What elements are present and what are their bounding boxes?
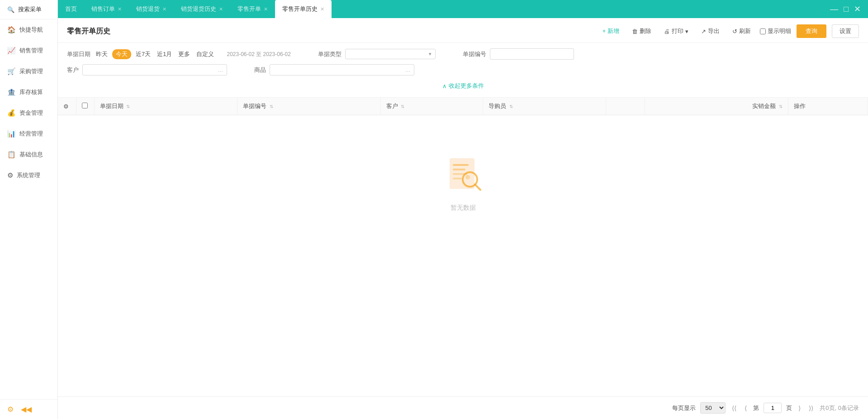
empty-state: 暂无数据 [58,115,868,248]
doc-no-input[interactable] [490,48,574,60]
th-action: 操作 [788,98,868,115]
date-opt-today[interactable]: 今天 [112,49,131,59]
sidebar-item-quick-nav[interactable]: 🏠 快捷导航 [0,19,57,40]
tab-home-label: 首页 [65,5,77,13]
content-area: ⚙ 单据日期 ⇅ 单据编号 ⇅ [58,98,868,419]
filter-doc-no: 单据编号 [463,48,574,60]
sidebar-item-basic-info[interactable]: 📋 基础信息 [0,144,57,165]
sort-amount-icon: ⇅ [779,104,783,109]
show-detail-checkbox-label[interactable]: 显示明细 [760,27,791,35]
settings-icon[interactable]: ⚙ [7,405,14,414]
date-opt-last7[interactable]: 近7天 [134,49,152,59]
select-all-checkbox[interactable] [82,103,88,108]
sort-customer-icon: ⇅ [401,104,404,109]
print-icon: 🖨 [664,28,670,35]
tab-sales-order[interactable]: 销售订单 ✕ [84,0,129,18]
tabs-bar: 首页 销售订单 ✕ 销货退货 ✕ 销货退货历史 ✕ 零售开单 ✕ 零售开单历史 … [58,0,868,18]
date-options: 昨天 今天 近7天 近1月 更多 自定义 [94,49,216,59]
customer-input[interactable]: ... [82,64,227,75]
doc-type-select[interactable]: ▾ [345,49,436,59]
sidebar-item-inventory[interactable]: 🏦 库存核算 [0,82,57,103]
filter-settings-button[interactable]: 设置 [832,24,859,38]
money-icon: 💰 [7,109,16,117]
th-customer[interactable]: 客户 ⇅ [380,98,483,115]
table-settings-icon[interactable]: ⚙ [63,103,69,110]
th-guide[interactable]: 导购员 ⇅ [483,98,606,115]
tab-retail-open-history[interactable]: 零售开单历史 ✕ [275,0,332,18]
sidebar-item-purchase-mgmt[interactable]: 🛒 采购管理 [0,61,57,82]
show-detail-checkbox[interactable] [760,28,766,34]
date-range-text: 2023-06-02 至 2023-06-02 [227,51,290,58]
first-page-button[interactable]: ⟨⟨ [730,404,738,413]
prev-page-button[interactable]: ⟨ [743,404,749,413]
date-range-display: 2023-06-02 至 2023-06-02 [227,50,290,58]
tab-home[interactable]: 首页 [58,0,84,18]
tab-retail-open-close[interactable]: ✕ [264,6,268,12]
th-checkbox[interactable] [76,98,94,115]
table-header-row: ⚙ 单据日期 ⇅ 单据编号 ⇅ [58,98,868,115]
date-opt-custom[interactable]: 自定义 [194,49,216,59]
tab-retail-open-label: 零售开单 [237,5,261,13]
next-page-button[interactable]: ⟩ [797,404,802,413]
filter-row-1: 单据日期 昨天 今天 近7天 近1月 更多 自定义 2023-06-02 至 2… [67,48,859,60]
tab-sales-return-history-close[interactable]: ✕ [219,6,223,12]
sidebar-item-label: 销售管理 [19,47,43,55]
tabs-right-actions: — □ ✕ [830,4,868,14]
last-page-button[interactable]: ⟩⟩ [807,404,815,413]
sidebar-item-system[interactable]: ⚙ 系统管理 [0,165,57,186]
cart-icon: 🛒 [7,67,16,75]
doc-type-arrow-icon: ▾ [429,51,432,57]
tab-retail-open[interactable]: 零售开单 ✕ [230,0,275,18]
refresh-button[interactable]: ↺ 刷新 [729,25,754,37]
date-opt-yesterday[interactable]: 昨天 [94,49,109,59]
svg-line-6 [475,184,480,190]
print-dropdown-icon: ▾ [685,28,688,35]
tab-sales-order-close[interactable]: ✕ [118,6,122,12]
bank-icon: 🏦 [7,88,16,96]
sidebar-item-label: 采购管理 [19,67,43,75]
goods-input[interactable]: ... [270,64,414,75]
th-amount[interactable]: 实销金额 ⇅ [645,98,788,115]
tab-sales-return-close[interactable]: ✕ [162,6,166,12]
toolbar: + 新增 🗑 删除 🖨 打印 ▾ ↗ 导出 ↺ 刷新 显示明细 查 [599,24,859,38]
date-label: 单据日期 [67,50,90,58]
tab-sales-return-history[interactable]: 销货退货历史 ✕ [174,0,230,18]
collapse-more-conditions[interactable]: ∧ 收起更多条件 [67,80,859,92]
doc-icon: 📋 [7,151,16,159]
doc-no-label: 单据编号 [463,50,486,58]
print-button[interactable]: 🖨 打印 ▾ [660,25,692,37]
refresh-icon: ↺ [732,28,737,35]
th-doc-no[interactable]: 单据编号 ⇅ [237,98,381,115]
collapse-sidebar-icon[interactable]: ◀◀ [21,405,32,414]
window-restore-icon[interactable]: □ [844,5,849,14]
sidebar-item-finance[interactable]: 💰 资金管理 [0,103,57,123]
date-opt-last-month[interactable]: 近1月 [155,49,174,59]
filter-date: 单据日期 昨天 今天 近7天 近1月 更多 自定义 [67,49,216,59]
export-button[interactable]: ↗ 导出 [697,25,723,37]
per-page-label: 每页显示 [672,404,696,412]
date-opt-more[interactable]: 更多 [176,49,192,59]
sidebar-search[interactable]: 🔍 搜索采单 [0,0,57,19]
page-unit: 页 [786,404,792,412]
sidebar-item-sales-mgmt[interactable]: 📈 销售管理 [0,40,57,61]
window-minimize-icon[interactable]: — [830,5,838,14]
window-close-icon[interactable]: ✕ [854,4,861,14]
sidebar-item-operations[interactable]: 📊 经营管理 [0,123,57,144]
th-doc-date[interactable]: 单据日期 ⇅ [94,98,237,115]
sort-guide-icon: ⇅ [509,104,513,109]
table-wrapper: ⚙ 单据日期 ⇅ 单据编号 ⇅ [58,98,868,396]
tab-sales-return[interactable]: 销货退货 ✕ [129,0,174,18]
th-settings[interactable]: ⚙ [58,98,76,115]
sidebar-item-label: 基础信息 [19,151,43,159]
tab-retail-open-history-close[interactable]: ✕ [320,6,324,12]
tab-sales-order-label: 销售订单 [91,5,115,13]
page-label: 第 [753,404,759,412]
delete-button[interactable]: 🗑 删除 [628,25,655,37]
add-button[interactable]: + 新增 [599,25,623,37]
query-button[interactable]: 查询 [797,24,826,38]
page-number-input[interactable] [764,403,782,413]
customer-label: 客户 [67,66,79,74]
per-page-select[interactable]: 50 10 20 100 [700,402,726,414]
svg-point-7 [465,175,470,179]
sort-doc-no-icon: ⇅ [270,104,273,109]
